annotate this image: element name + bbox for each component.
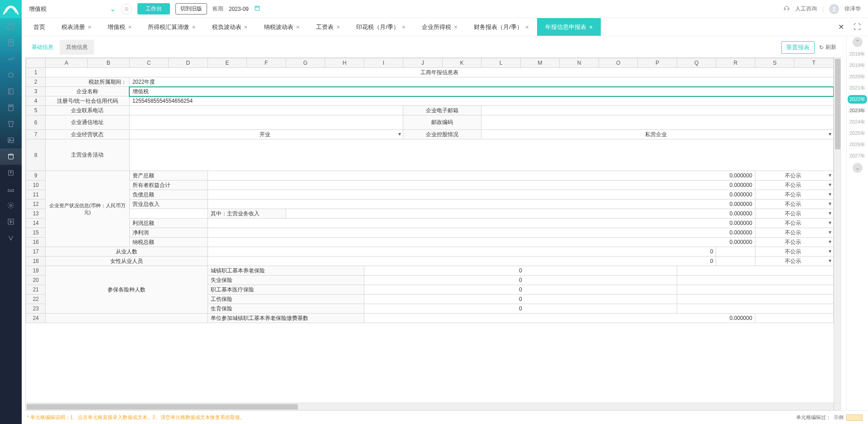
publish-select[interactable]: 不公示 (755, 190, 833, 200)
col-header[interactable]: H (325, 58, 364, 68)
publish-select[interactable]: 不公示 (755, 181, 833, 190)
col-header[interactable]: N (560, 58, 599, 68)
holding-select[interactable]: 私营企业 (481, 130, 834, 139)
tab-财务报表（月/季）[interactable]: 财务报表（月/季）× (466, 18, 537, 36)
nav-money-icon[interactable] (0, 67, 22, 83)
row-header[interactable]: 16 (26, 238, 46, 247)
col-header[interactable]: R (716, 58, 755, 68)
year-2022年[interactable]: 2022年 (848, 95, 867, 104)
calendar-icon[interactable] (254, 5, 260, 13)
nav-inbox-icon[interactable] (0, 181, 22, 197)
company-name-cell[interactable]: 增值税 (129, 87, 833, 96)
close-icon[interactable]: × (525, 24, 529, 31)
subtab-other[interactable]: 其他信息 (60, 40, 94, 55)
row-header[interactable]: 18 (26, 257, 46, 266)
close-icon[interactable]: × (192, 24, 195, 31)
year-2018年[interactable]: 2018年 (848, 50, 867, 58)
tabs-close-button[interactable]: ✕ (835, 21, 847, 33)
tab-企业所得税[interactable]: 企业所得税× (414, 18, 466, 36)
col-header[interactable]: K (442, 58, 481, 68)
refresh-button[interactable]: ↻ 刷新 (819, 43, 836, 51)
row-header[interactable]: 2 (26, 77, 46, 87)
year-2024年[interactable]: 2024年 (848, 118, 867, 126)
row-header[interactable]: 22 (26, 295, 46, 304)
year-2020年[interactable]: 2020年 (848, 72, 867, 81)
tab-印花税（月/季）[interactable]: 印花税（月/季）× (348, 18, 414, 36)
row-header[interactable]: 17 (26, 247, 46, 257)
nav-book-icon[interactable] (0, 83, 22, 100)
tab-年报信息申报表[interactable]: 年报信息申报表× (537, 18, 601, 36)
reset-report-button[interactable]: 重置报表 (781, 41, 815, 54)
row-header[interactable]: 13 (26, 209, 46, 219)
vertical-scrollbar[interactable] (834, 57, 841, 403)
year-2019年[interactable]: 2019年 (848, 61, 867, 70)
close-icon[interactable]: × (336, 24, 340, 31)
tab-税负波动表[interactable]: 税负波动表× (204, 18, 256, 36)
period-value[interactable]: 2023-09 (229, 6, 249, 12)
spreadsheet-grid[interactable]: ABCDEFGHIJKLMNOPQRST1工商年报信息表2税款所属期间：2022… (25, 57, 834, 403)
row-header[interactable]: 14 (26, 219, 46, 228)
close-icon[interactable]: × (296, 24, 300, 31)
nav-settings-icon[interactable] (0, 197, 22, 214)
col-header[interactable]: Q (677, 58, 716, 68)
year-scroll-up[interactable]: ⌃ (853, 37, 863, 47)
year-2026年[interactable]: 2026年 (848, 140, 867, 149)
col-header[interactable]: E (208, 58, 247, 68)
publish-select[interactable]: 不公示 (755, 238, 833, 247)
row-header[interactable]: 4 (26, 96, 46, 106)
list-toggle-button[interactable] (121, 4, 132, 14)
publish-select[interactable]: 不公示 (755, 228, 833, 238)
user-avatar[interactable] (829, 4, 839, 14)
nav-play-icon[interactable] (0, 214, 22, 230)
row-header[interactable]: 11 (26, 190, 46, 200)
nav-image-icon[interactable] (0, 132, 22, 148)
tab-工资表[interactable]: 工资表× (308, 18, 348, 36)
row-header[interactable]: 15 (26, 228, 46, 238)
row-header[interactable]: 1 (26, 68, 46, 77)
tab-纳税波动表[interactable]: 纳税波动表× (256, 18, 308, 36)
col-header[interactable]: O (599, 58, 638, 68)
publish-select[interactable]: 不公示 (755, 209, 833, 219)
nav-shirt-icon[interactable] (0, 116, 22, 132)
col-header[interactable]: F (247, 58, 286, 68)
nav-home-icon[interactable] (0, 18, 22, 34)
col-header[interactable]: C (129, 58, 169, 68)
row-header[interactable]: 8 (26, 139, 46, 171)
tabs-expand-button[interactable]: ⛶ (851, 21, 863, 33)
nav-export-icon[interactable] (0, 165, 22, 181)
col-header[interactable]: A (46, 58, 88, 68)
close-icon[interactable]: × (402, 24, 406, 31)
col-header[interactable]: T (794, 58, 834, 68)
year-scroll-down[interactable]: ⌄ (853, 163, 863, 173)
row-header[interactable]: 23 (26, 304, 46, 314)
switch-old-button[interactable]: 切到旧版 (175, 3, 207, 14)
col-header[interactable]: P (638, 58, 677, 68)
tab-税表清册[interactable]: 税表清册× (53, 18, 99, 36)
close-icon[interactable]: × (128, 24, 132, 31)
row-header[interactable]: 21 (26, 285, 46, 295)
row-header[interactable]: 5 (26, 106, 46, 115)
row-header[interactable]: 19 (26, 266, 46, 276)
consult-link[interactable]: 人工咨询 (795, 5, 817, 13)
year-2023年[interactable]: 2023年 (848, 106, 867, 115)
year-2027年[interactable]: 2027年 (848, 152, 867, 160)
nav-report-icon[interactable] (0, 148, 22, 165)
col-header[interactable]: M (520, 58, 560, 68)
row-header[interactable]: 12 (26, 200, 46, 209)
row-header[interactable]: 9 (26, 171, 46, 181)
nav-chart-icon[interactable] (0, 51, 22, 67)
tab-增值税[interactable]: 增值税× (99, 18, 140, 36)
business-status-select[interactable]: 开业 (129, 130, 403, 139)
col-header[interactable]: L (481, 58, 521, 68)
tab-首页[interactable]: 首页 (25, 18, 53, 36)
close-icon[interactable]: × (244, 24, 248, 31)
nav-calc-icon[interactable] (0, 100, 22, 116)
close-icon[interactable]: × (88, 24, 91, 31)
row-header[interactable]: 7 (26, 130, 46, 139)
nav-v-icon[interactable] (0, 230, 22, 246)
company-selector[interactable]: 增值税 ⌄ (29, 5, 116, 13)
subtab-basic[interactable]: 基础信息 (25, 40, 60, 55)
col-header[interactable]: D (169, 58, 208, 68)
col-header[interactable]: S (755, 58, 794, 68)
row-header[interactable]: 20 (26, 276, 46, 285)
